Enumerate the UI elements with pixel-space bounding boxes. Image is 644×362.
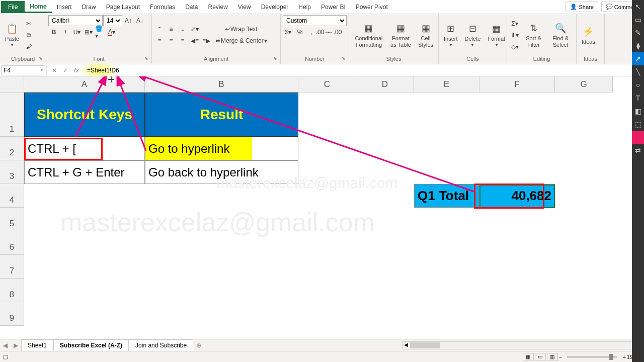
align-bottom-button[interactable]: ⌄	[177, 24, 188, 35]
delete-button[interactable]: ⊟Delete▾	[462, 22, 484, 48]
cell-B3[interactable]: Go back to hyperlink	[145, 160, 298, 184]
cancel-formula-button[interactable]: ✕	[49, 65, 60, 75]
font-launcher[interactable]: ⬊	[144, 56, 148, 61]
tab-help[interactable]: Help	[293, 1, 316, 13]
insert-function-button[interactable]: fx	[71, 65, 82, 75]
sheet-tab-3[interactable]: Join and Subscribe	[129, 339, 193, 351]
autosum-button[interactable]: Σ▾	[509, 18, 520, 29]
clear-button[interactable]: ◇▾	[509, 41, 520, 52]
increase-font-button[interactable]: A↑	[123, 15, 134, 26]
font-color-button[interactable]: A▾	[106, 27, 117, 38]
sheet-nav-next[interactable]: ▶	[11, 342, 21, 349]
tab-page-layout[interactable]: Page Layout	[101, 1, 145, 13]
col-header-F[interactable]: F	[479, 76, 555, 93]
cell-B2[interactable]: Go to hyperlink	[145, 137, 298, 160]
decrease-indent-button[interactable]: ◀≡	[189, 35, 200, 46]
pen-tool[interactable]: ✎	[632, 26, 644, 39]
color-picker[interactable]	[632, 131, 644, 144]
wrap-text-button[interactable]: ↩Wrap Text	[213, 24, 270, 35]
cell-A3[interactable]: CTRL + G + Enter	[24, 160, 145, 184]
row-header-1[interactable]: 1	[0, 93, 24, 137]
circle-tool[interactable]: ○	[632, 78, 644, 92]
zoom-out-button[interactable]: −	[559, 354, 562, 360]
tab-data[interactable]: Data	[180, 1, 203, 13]
cell-A2[interactable]: CTRL + [	[24, 137, 145, 160]
align-left-button[interactable]: ≡	[154, 35, 165, 46]
new-sheet-button[interactable]: ⊕	[193, 342, 204, 349]
align-right-button[interactable]: ≡	[177, 35, 188, 46]
italic-button[interactable]: I	[60, 27, 71, 38]
sheet-tab-1[interactable]: Sheet1	[21, 339, 53, 351]
arrow-tool[interactable]: ↗	[632, 52, 644, 65]
font-name-combo[interactable]: Calibri	[48, 15, 103, 26]
row-header-8[interactable]: 8	[0, 279, 24, 302]
share-button[interactable]: 👤Share	[566, 2, 598, 12]
format-button[interactable]: ▦Format▾	[485, 22, 508, 48]
increase-indent-button[interactable]: ≡▶	[201, 35, 212, 46]
tab-power-pivot[interactable]: Power Pivot	[351, 1, 393, 13]
tab-view[interactable]: View	[233, 1, 256, 13]
blur-tool[interactable]: ⬚	[632, 118, 644, 131]
col-header-E[interactable]: E	[414, 76, 479, 93]
fill-color-button[interactable]: 🪣▾	[95, 27, 106, 38]
row-header-5[interactable]: 5	[0, 208, 24, 231]
row-header-9[interactable]: 9	[0, 302, 24, 326]
sheet-nav-prev[interactable]: ◀	[0, 342, 11, 349]
currency-button[interactable]: $▾	[283, 27, 294, 38]
cell-F4[interactable]: 40,682	[479, 184, 555, 208]
merge-center-button[interactable]: ⬌Merge & Center▾	[213, 35, 270, 46]
col-header-G[interactable]: G	[555, 76, 613, 93]
sheet-tab-2[interactable]: Subscribe Excel (A-Z)	[53, 339, 129, 352]
row-header-7[interactable]: 7	[0, 255, 24, 279]
select-all-corner[interactable]	[0, 76, 24, 93]
row-header-2[interactable]: 2	[0, 137, 24, 160]
orientation-button[interactable]: ⤢▾	[189, 24, 200, 35]
percent-button[interactable]: %	[294, 27, 305, 38]
decrease-decimal-button[interactable]: ←.00	[329, 27, 340, 38]
row-header-4[interactable]: 4	[0, 184, 24, 208]
col-header-A[interactable]: A	[24, 76, 145, 93]
tab-file[interactable]: File	[1, 1, 25, 13]
page-break-view-button[interactable]: ▥	[547, 353, 558, 361]
cell-B1[interactable]: Result	[145, 93, 298, 137]
number-launcher[interactable]: ⬊	[342, 56, 346, 61]
name-box[interactable]: F4▾	[1, 65, 45, 75]
border-button[interactable]: ⊞▾	[83, 27, 94, 38]
more-tools[interactable]: ⇄	[632, 144, 644, 157]
tab-developer[interactable]: Developer	[256, 1, 294, 13]
format-as-table-button[interactable]: ▦Format as Table	[387, 21, 414, 48]
conditional-formatting-button[interactable]: ▦Conditional Formatting	[351, 21, 386, 48]
decrease-font-button[interactable]: A↓	[134, 15, 145, 26]
insert-button[interactable]: ⊞Insert▾	[441, 22, 461, 48]
cell-A1[interactable]: Shortcut Keys	[24, 93, 145, 137]
line-tool[interactable]: ╲	[632, 65, 644, 78]
bold-button[interactable]: B	[48, 27, 59, 38]
record-macro-icon[interactable]: ▢	[3, 353, 8, 360]
tab-insert[interactable]: Insert	[52, 1, 77, 13]
page-layout-view-button[interactable]: ▭	[535, 353, 546, 361]
tab-draw[interactable]: Draw	[77, 1, 101, 13]
horizontal-scrollbar[interactable]: ◀ ▶	[403, 341, 644, 349]
col-header-B[interactable]: B	[145, 76, 298, 93]
sort-filter-button[interactable]: ⇅Sort & Filter	[521, 21, 546, 48]
underline-button[interactable]: U▾	[71, 27, 83, 38]
align-center-button[interactable]: ≡	[166, 35, 177, 46]
paste-button[interactable]: 📋Paste▾	[2, 22, 22, 48]
fill-button[interactable]: ⬇▾	[509, 30, 520, 41]
tab-review[interactable]: Review	[203, 1, 232, 13]
tab-home[interactable]: Home	[25, 1, 51, 13]
number-format-combo[interactable]: Custom	[283, 15, 347, 26]
tab-power-bi[interactable]: Power BI	[316, 1, 351, 13]
align-middle-button[interactable]: ≡	[166, 24, 177, 35]
text-tool[interactable]: T	[632, 92, 644, 105]
zoom-slider[interactable]	[567, 356, 617, 358]
col-header-D[interactable]: D	[356, 76, 414, 93]
formula-input[interactable]: =Sheet1!D6	[84, 66, 644, 75]
rect-tool[interactable]: ▭	[632, 13, 644, 26]
format-painter-button[interactable]: 🖌	[23, 41, 34, 52]
clipboard-launcher[interactable]: ⬊	[39, 56, 43, 61]
row-header-6[interactable]: 6	[0, 231, 24, 255]
tab-formulas[interactable]: Formulas	[145, 1, 180, 13]
cut-button[interactable]: ✂	[23, 18, 34, 29]
cell-styles-button[interactable]: ▦Cell Styles	[415, 21, 436, 48]
